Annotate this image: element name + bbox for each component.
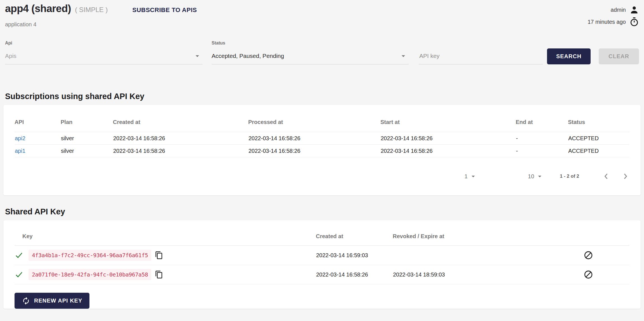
renew-api-key-label: RENEW API KEY — [34, 297, 82, 304]
cell-end-at: - — [516, 132, 568, 145]
subscriptions-header-row: API Plan Created at Processed at Start a… — [15, 105, 629, 132]
subscriptions-table: API Plan Created at Processed at Start a… — [15, 105, 629, 157]
api-link[interactable]: api2 — [15, 135, 25, 141]
chevron-down-icon — [193, 52, 202, 60]
search-button[interactable]: SEARCH — [547, 48, 591, 64]
subscriptions-heading: Subscriptions using shared API Key — [3, 92, 641, 101]
api-filter-field: Api Apis — [5, 41, 203, 64]
cell-start-at: 2022-03-14 16:58:26 — [380, 132, 516, 145]
copy-icon[interactable] — [155, 251, 163, 259]
previous-page-icon[interactable] — [602, 172, 610, 181]
page-size-value: 10 — [528, 173, 534, 180]
cell-key-created-at: 2022-03-14 16:58:26 — [316, 265, 393, 284]
topbar: app4 (shared) ( SIMPLE ) SUBSCRIBE TO AP… — [3, 0, 641, 28]
col-api: API — [15, 105, 61, 132]
col-created-at: Created at — [113, 105, 248, 132]
status-badge: ACCEPTED — [568, 145, 629, 157]
owner-label: admin — [611, 7, 626, 13]
col-processed-at: Processed at — [248, 105, 380, 132]
cell-plan: silver — [61, 145, 113, 157]
table-row: 4f3a4b1a-f7c2-49cc-9364-96aa7f6a61f5 202… — [15, 246, 629, 265]
valid-check-icon — [15, 270, 23, 279]
subscribe-to-apis-link[interactable]: SUBSCRIBE TO APIS — [132, 6, 197, 14]
revoke-key-icon[interactable] — [584, 270, 593, 279]
next-page-icon[interactable] — [621, 172, 629, 181]
table-row: 2a071f0e-18e9-42fa-94fc-0e10ba967a58 202… — [15, 265, 629, 284]
col-plan: Plan — [61, 105, 113, 132]
status-badge: ACCEPTED — [568, 132, 629, 145]
cell-created-at: 2022-03-14 16:58:26 — [113, 145, 248, 157]
application-description: application 4 — [5, 21, 197, 28]
api-filter-label: Api — [5, 41, 203, 46]
cell-revoked-at: 2022-03-14 18:59:03 — [393, 265, 583, 284]
cell-end-at: - — [516, 145, 568, 157]
status-filter-select[interactable]: Accepted, Paused, Pending — [212, 52, 409, 64]
api-key-value: 4f3a4b1a-f7c2-49cc-9364-96aa7f6a61f5 — [29, 250, 151, 261]
shared-key-table: Key Created at Revoked / Expire at 4f3a4… — [15, 220, 629, 284]
page-select-value: 1 — [465, 173, 468, 180]
last-update-label: 17 minutes ago — [588, 19, 626, 25]
shared-key-heading: Shared API Key — [3, 207, 641, 216]
revoke-key-icon[interactable] — [584, 250, 593, 260]
table-row: api2 silver 2022-03-14 16:58:26 2022-03-… — [15, 132, 629, 145]
person-icon — [629, 5, 639, 15]
cell-key-created-at: 2022-03-14 16:59:03 — [316, 246, 393, 265]
cell-created-at: 2022-03-14 16:58:26 — [113, 132, 248, 145]
cell-plan: silver — [61, 132, 113, 145]
col-revoked-expire-at: Revoked / Expire at — [393, 220, 583, 246]
status-filter-label: Status — [212, 41, 409, 46]
col-status: Status — [568, 105, 629, 132]
chevron-down-icon — [536, 172, 544, 180]
pagination-range: 1 - 2 of 2 — [560, 174, 579, 179]
valid-check-icon — [15, 251, 23, 259]
api-key-input[interactable] — [419, 53, 543, 64]
chevron-down-icon — [469, 172, 477, 180]
timer-icon — [629, 17, 639, 27]
subscription-filters: Api Apis Status Accepted, Paused, Pendin… — [3, 41, 641, 64]
copy-icon[interactable] — [155, 270, 163, 279]
chevron-down-icon — [399, 52, 408, 60]
cell-processed-at: 2022-03-14 16:58:26 — [248, 132, 380, 145]
col-actions — [583, 220, 629, 246]
status-filter-value: Accepted, Paused, Pending — [212, 53, 284, 59]
page-select[interactable]: 1 — [465, 172, 477, 180]
renew-api-key-button[interactable]: RENEW API KEY — [15, 293, 89, 309]
page-size-select[interactable]: 10 — [528, 172, 544, 180]
col-key: Key — [15, 220, 316, 246]
cell-revoked-at — [393, 246, 583, 265]
page-title: app4 (shared) — [5, 3, 71, 15]
autorenew-icon — [22, 297, 30, 305]
col-start-at: Start at — [380, 105, 516, 132]
application-page: app4 (shared) ( SIMPLE ) SUBSCRIBE TO AP… — [0, 0, 644, 309]
api-filter-select[interactable]: Apis — [5, 52, 203, 64]
cell-start-at: 2022-03-14 16:58:26 — [380, 145, 516, 157]
topbar-left: app4 (shared) ( SIMPLE ) SUBSCRIBE TO AP… — [5, 3, 197, 28]
col-key-created-at: Created at — [316, 220, 393, 246]
clear-button[interactable]: CLEAR — [599, 48, 639, 64]
status-filter-field: Status Accepted, Paused, Pending — [212, 41, 409, 64]
table-row: api1 silver 2022-03-14 16:58:26 2022-03-… — [15, 145, 629, 157]
plan-type-label: ( SIMPLE ) — [75, 6, 108, 14]
pagination: 1 10 1 - 2 of 2 — [15, 157, 629, 195]
api-link[interactable]: api1 — [15, 148, 25, 154]
col-end-at: End at — [516, 105, 568, 132]
shared-key-card: Key Created at Revoked / Expire at 4f3a4… — [3, 220, 641, 309]
cell-processed-at: 2022-03-14 16:58:26 — [248, 145, 380, 157]
shared-key-header-row: Key Created at Revoked / Expire at — [15, 220, 629, 246]
api-key-value: 2a071f0e-18e9-42fa-94fc-0e10ba967a58 — [29, 269, 151, 280]
subscriptions-card: API Plan Created at Processed at Start a… — [3, 105, 641, 195]
api-filter-placeholder: Apis — [5, 53, 16, 59]
topbar-right: admin 17 minutes ago — [588, 3, 639, 28]
